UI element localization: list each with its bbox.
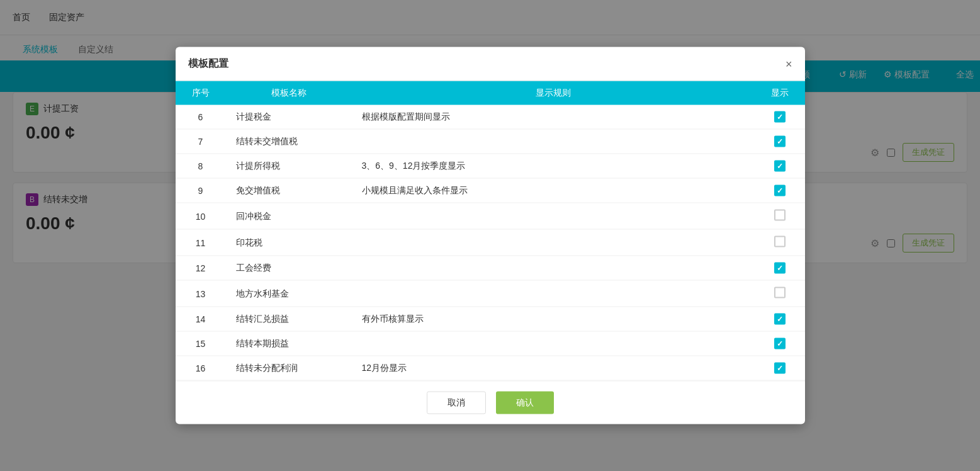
cell-seq: 15	[176, 331, 226, 356]
cell-checkbox[interactable]	[755, 203, 805, 229]
cell-seq: 8	[176, 154, 226, 178]
cell-name: 计提税金	[226, 105, 352, 130]
cell-seq: 13	[176, 280, 226, 307]
modal-close-button[interactable]: ×	[786, 58, 792, 69]
cell-checkbox[interactable]	[755, 256, 805, 280]
col-display: 显示	[755, 81, 805, 105]
cell-checkbox[interactable]	[755, 307, 805, 331]
cell-seq: 12	[176, 256, 226, 280]
cell-name: 结转未分配利润	[226, 356, 352, 380]
table-row: 11印花税	[176, 229, 805, 256]
modal-title: 模板配置	[188, 57, 228, 71]
checkbox-14[interactable]	[774, 314, 786, 325]
cell-seq: 14	[176, 307, 226, 331]
checkbox-9[interactable]	[774, 185, 786, 196]
cell-rule: 3、6、9、12月按季度显示	[352, 154, 755, 178]
cell-rule	[352, 203, 755, 229]
cell-rule	[352, 256, 755, 280]
checkbox-12[interactable]	[774, 263, 786, 274]
table-row: 9免交增值税小规模且满足收入条件显示	[176, 178, 805, 203]
col-rule: 显示规则	[352, 81, 755, 105]
cell-seq: 6	[176, 105, 226, 130]
table-row: 6计提税金根据模版配置期间显示	[176, 105, 805, 130]
cell-checkbox[interactable]	[755, 105, 805, 130]
cell-rule	[352, 229, 755, 256]
checkbox-7[interactable]	[774, 136, 786, 147]
modal-body: 序号 模板名称 显示规则 显示 6计提税金根据模版配置期间显示7结转未交增值税8…	[176, 81, 805, 381]
table-row: 15结转本期损益	[176, 331, 805, 356]
cell-name: 结转本期损益	[226, 331, 352, 356]
cell-rule: 12月份显示	[352, 356, 755, 380]
cell-checkbox[interactable]	[755, 280, 805, 307]
cell-seq: 9	[176, 178, 226, 203]
cell-name: 计提所得税	[226, 154, 352, 178]
checkbox-11[interactable]	[774, 236, 786, 247]
modal-header: 模板配置 ×	[176, 47, 805, 81]
confirm-button[interactable]: 确认	[496, 392, 554, 414]
table-row: 16结转未分配利润12月份显示	[176, 356, 805, 380]
table-row: 7结转未交增值税	[176, 129, 805, 154]
cell-rule	[352, 331, 755, 356]
cell-checkbox[interactable]	[755, 229, 805, 256]
template-config-modal: 模板配置 × 序号 模板名称 显示规则 显示 6计提税金根据模版配置期间显示7结…	[176, 47, 805, 424]
cell-seq: 10	[176, 203, 226, 229]
table-row: 10回冲税金	[176, 203, 805, 229]
cell-rule	[352, 129, 755, 154]
table-row: 13地方水利基金	[176, 280, 805, 307]
cell-checkbox[interactable]	[755, 154, 805, 178]
cancel-button[interactable]: 取消	[427, 392, 486, 414]
col-seq: 序号	[176, 81, 226, 105]
cell-seq: 7	[176, 129, 226, 154]
cell-name: 印花税	[226, 229, 352, 256]
cell-checkbox[interactable]	[755, 178, 805, 203]
table-row: 8计提所得税3、6、9、12月按季度显示	[176, 154, 805, 178]
cell-rule: 有外币核算显示	[352, 307, 755, 331]
table-row: 12工会经费	[176, 256, 805, 280]
cell-checkbox[interactable]	[755, 331, 805, 356]
cell-rule	[352, 280, 755, 307]
table-header-row: 序号 模板名称 显示规则 显示	[176, 81, 805, 105]
cell-checkbox[interactable]	[755, 129, 805, 154]
cell-name: 结转汇兑损益	[226, 307, 352, 331]
config-table: 序号 模板名称 显示规则 显示 6计提税金根据模版配置期间显示7结转未交增值税8…	[176, 81, 805, 381]
cell-name: 免交增值税	[226, 178, 352, 203]
checkbox-13[interactable]	[774, 287, 786, 298]
cell-seq: 11	[176, 229, 226, 256]
checkbox-6[interactable]	[774, 111, 786, 123]
cell-name: 地方水利基金	[226, 280, 352, 307]
modal-footer: 取消 确认	[176, 381, 805, 424]
cell-name: 结转未交增值税	[226, 129, 352, 154]
table-row: 14结转汇兑损益有外币核算显示	[176, 307, 805, 331]
cell-seq: 16	[176, 356, 226, 380]
checkbox-8[interactable]	[774, 161, 786, 172]
table-body: 6计提税金根据模版配置期间显示7结转未交增值税8计提所得税3、6、9、12月按季…	[176, 105, 805, 381]
checkbox-16[interactable]	[774, 363, 786, 374]
cell-name: 工会经费	[226, 256, 352, 280]
cell-rule: 根据模版配置期间显示	[352, 105, 755, 130]
cell-name: 回冲税金	[226, 203, 352, 229]
checkbox-10[interactable]	[774, 210, 786, 221]
col-name: 模板名称	[226, 81, 352, 105]
checkbox-15[interactable]	[774, 338, 786, 349]
cell-checkbox[interactable]	[755, 356, 805, 380]
cell-rule: 小规模且满足收入条件显示	[352, 178, 755, 203]
